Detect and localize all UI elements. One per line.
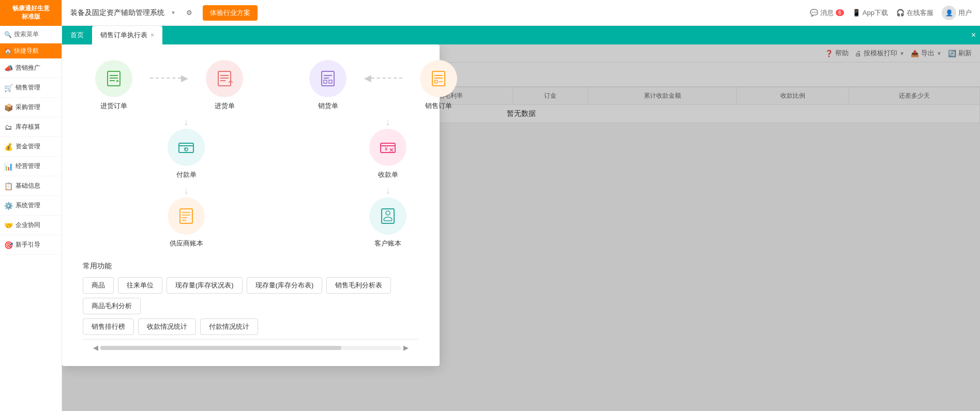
- flow-node-customer-account[interactable]: 客户账本: [357, 197, 419, 248]
- message-badge: 6: [836, 9, 844, 16]
- func-button-r2-0[interactable]: 销售排行榜: [83, 318, 134, 335]
- app-download-button[interactable]: 📱 App下载: [852, 8, 888, 18]
- modal-box: 进货订单 ▶: [62, 44, 440, 366]
- sidebar-item-inventory[interactable]: 🗂 库存核算: [0, 117, 62, 137]
- sales-order-icon: [429, 69, 448, 88]
- sidebar-search[interactable]: 🔍 搜索菜单: [0, 26, 62, 43]
- flow-row-1: 进货订单 ▶: [83, 60, 419, 111]
- scrollbar-track[interactable]: [100, 346, 401, 350]
- online-service-button[interactable]: 🎧 在线客服: [896, 8, 933, 18]
- sidebar-item-purchase[interactable]: 📦 采购管理: [0, 98, 62, 117]
- sidebar-item-operations[interactable]: 📊 经营管理: [0, 157, 62, 176]
- sidebar-item-sales[interactable]: 🛒 销售管理: [0, 78, 62, 98]
- customer-account-circle: [369, 197, 406, 235]
- sidebar-item-basic[interactable]: 📋 基础信息: [0, 176, 62, 196]
- customer-account-icon: [379, 207, 397, 225]
- flow-arrow-from-sales-order: ◀: [359, 72, 408, 84]
- sidebar-item-basic-label: 基础信息: [16, 181, 40, 190]
- func-button-r2-1[interactable]: 收款情况统计: [138, 318, 196, 335]
- operations-icon: 📊: [4, 162, 12, 171]
- sidebar-item-enterprise[interactable]: 🤝 企业协同: [0, 216, 62, 235]
- scroll-left-arrow[interactable]: ◀: [91, 344, 100, 352]
- message-button[interactable]: 💬 消息 6: [810, 8, 844, 18]
- func-button-r2-2[interactable]: 付款情况统计: [200, 318, 258, 335]
- flow-row-2: ¥ 付款单: [155, 129, 419, 179]
- trial-button[interactable]: 体验行业方案: [203, 5, 258, 21]
- payment-out-icon: ¥: [177, 138, 195, 157]
- func-button-4[interactable]: 销售毛利分析表: [326, 277, 391, 294]
- flow-node-sales-order[interactable]: 销售订单: [408, 60, 470, 111]
- func-button-1[interactable]: 往来单位: [118, 277, 162, 294]
- func-button-0[interactable]: 商品: [83, 277, 114, 294]
- svg-text:¥: ¥: [384, 146, 388, 152]
- active-tab-label: 销售订单执行表: [100, 31, 147, 40]
- system-dropdown-arrow[interactable]: ▼: [171, 10, 176, 16]
- tab-bar: 首页 销售订单执行表 × ×: [62, 26, 980, 44]
- settings-button[interactable]: ⚙: [182, 6, 197, 20]
- sidebar-item-marketing[interactable]: 📣 营销推广: [0, 58, 62, 78]
- logo-text-line1: 畅康通好生意: [12, 5, 50, 13]
- flow-node-payment-in[interactable]: ¥ 收款单: [357, 129, 419, 179]
- app-download-icon: 📱: [852, 9, 861, 17]
- supplier-account-icon: [177, 207, 195, 225]
- svg-rect-12: [329, 80, 332, 83]
- arrow-down-payment-out: ↓: [184, 186, 189, 196]
- sidebar-item-sales-label: 销售管理: [16, 83, 40, 92]
- sidebar-item-guide[interactable]: 🎯 新手引导: [0, 235, 62, 255]
- sales-icon: 🛒: [4, 84, 12, 92]
- tab-bar-close-button[interactable]: ×: [971, 31, 976, 40]
- online-service-label: 在线客服: [907, 8, 933, 18]
- purchase-order-label: 进货订单: [100, 101, 127, 111]
- search-icon: 🔍: [4, 31, 12, 38]
- sidebar-item-marketing-label: 营销推广: [16, 64, 40, 72]
- svg-point-16: [434, 80, 438, 83]
- sales-order-circle: [420, 60, 457, 97]
- flow-node-purchase-bill[interactable]: 进货单: [193, 60, 255, 111]
- flow-row-3: 供应商账本: [155, 197, 419, 248]
- scroll-right-arrow[interactable]: ▶: [401, 344, 411, 352]
- user-label: 用户: [958, 8, 972, 18]
- flow-arrow-to-purchase-bill: ▶: [145, 72, 193, 84]
- sales-order-label: 销售订单: [425, 101, 452, 111]
- app-logo: 畅康通好生意 标准版: [0, 0, 62, 26]
- sales-bill-circle: [309, 60, 346, 97]
- func-button-5[interactable]: 商品毛利分析: [83, 298, 141, 314]
- payment-in-circle: ¥: [369, 129, 406, 166]
- flow-node-supplier-account[interactable]: 供应商账本: [155, 197, 217, 248]
- supplier-account-circle: [168, 197, 205, 235]
- payment-out-circle: ¥: [168, 129, 205, 166]
- message-icon: 💬: [810, 9, 818, 17]
- sidebar-quick-nav[interactable]: 🏠 快捷导航: [0, 43, 62, 58]
- sidebar-item-inventory-label: 库存核算: [16, 123, 40, 131]
- flow-node-payment-out[interactable]: ¥ 付款单: [155, 129, 217, 179]
- arrow-down-purchase-bill: ↓: [184, 117, 189, 128]
- func-button-3[interactable]: 现存量(库存分布表): [247, 277, 323, 294]
- sidebar-item-finance-label: 资金管理: [16, 142, 40, 151]
- home-tab-label: 首页: [70, 31, 84, 40]
- vertical-arrows-row-2: ↓ ↓: [155, 185, 419, 197]
- scrollbar-thumb: [100, 346, 341, 350]
- tab-close-icon[interactable]: ×: [150, 32, 154, 39]
- common-functions-title: 常用功能: [83, 262, 419, 271]
- sidebar-item-finance[interactable]: 💰 资金管理: [0, 137, 62, 157]
- flow-node-purchase-order[interactable]: 进货订单: [83, 60, 145, 111]
- system-title: 装备及固定资产辅助管理系统: [70, 8, 164, 18]
- sidebar-item-purchase-label: 采购管理: [16, 103, 40, 112]
- sidebar-item-system[interactable]: ⚙️ 系统管理: [0, 196, 62, 216]
- main-content: 装备及固定资产辅助管理系统 ▼ ⚙ 体验行业方案 💬 消息 6 📱 App下载 …: [62, 0, 980, 411]
- tab-home[interactable]: 首页: [62, 26, 92, 44]
- home-icon: 🏠: [4, 48, 12, 55]
- tab-sales-order-execution[interactable]: 销售订单执行表 ×: [92, 26, 162, 44]
- svg-text:¥: ¥: [184, 146, 187, 151]
- finance-icon: 💰: [4, 143, 12, 151]
- purchase-bill-circle: [206, 60, 243, 97]
- basic-icon: 📋: [4, 182, 12, 190]
- purchase-order-circle: [95, 60, 132, 97]
- inventory-icon: 🗂: [4, 123, 12, 131]
- user-menu[interactable]: 👤 用户: [942, 6, 972, 20]
- supplier-account-label: 供应商账本: [170, 239, 203, 248]
- modal-overlay[interactable]: 进货订单 ▶: [62, 44, 980, 411]
- flow-node-sales-bill[interactable]: 销货单: [297, 60, 359, 111]
- scroll-area: ◀ ▶: [83, 339, 419, 356]
- func-button-2[interactable]: 现存量(库存状况表): [167, 277, 243, 294]
